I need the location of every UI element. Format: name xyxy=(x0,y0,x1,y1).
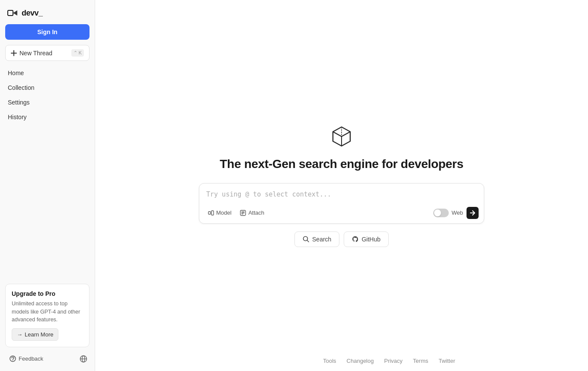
search-quick-button[interactable]: Search xyxy=(294,231,339,247)
search-toolbar: Model Attach Web xyxy=(199,203,484,223)
new-thread-button[interactable]: New Thread ⌃ K xyxy=(5,45,89,61)
quick-actions: Search GitHub xyxy=(294,231,389,247)
sidebar-item-history[interactable]: History xyxy=(3,110,91,124)
plus-icon xyxy=(11,50,17,56)
search-icon xyxy=(303,236,309,242)
upgrade-card: Upgrade to Pro Unlimited access to top m… xyxy=(5,284,89,347)
attach-button[interactable]: Attach xyxy=(236,207,268,218)
search-input[interactable] xyxy=(206,190,477,198)
submit-button[interactable] xyxy=(467,207,479,219)
sidebar-item-label: History xyxy=(8,114,27,120)
hero-title: The next-Gen search engine for developer… xyxy=(220,157,463,171)
attach-icon xyxy=(240,210,246,216)
model-icon xyxy=(208,210,214,216)
search-input-row xyxy=(199,184,484,203)
svg-rect-0 xyxy=(8,10,13,16)
hero-icon xyxy=(329,124,354,150)
main-content: The next-Gen search engine for developer… xyxy=(95,0,588,371)
learn-more-button[interactable]: → Learn More xyxy=(12,328,58,341)
logo-area: devv_ xyxy=(0,0,95,24)
model-label: Model xyxy=(216,209,231,216)
logo-icon xyxy=(7,7,19,19)
sidebar-bottom: Upgrade to Pro Unlimited access to top m… xyxy=(0,279,95,371)
footer-link-tools[interactable]: Tools xyxy=(323,358,336,364)
nav-menu: Home Collection Settings History xyxy=(0,64,95,279)
feedback-icon xyxy=(10,355,16,362)
github-icon xyxy=(352,236,358,242)
footer-link-changelog[interactable]: Changelog xyxy=(347,358,374,364)
feedback-label: Feedback xyxy=(19,355,43,362)
footer-link-privacy[interactable]: Privacy xyxy=(384,358,403,364)
sidebar-item-collection[interactable]: Collection xyxy=(3,81,91,95)
attach-label: Attach xyxy=(248,209,264,216)
sidebar-item-label: Settings xyxy=(8,99,30,106)
sidebar-item-label: Collection xyxy=(8,84,34,91)
new-thread-shortcut: ⌃ K xyxy=(71,49,84,57)
toolbar-right: Web xyxy=(433,207,479,219)
sidebar-item-home[interactable]: Home xyxy=(3,66,91,80)
svg-point-2 xyxy=(13,360,13,361)
upgrade-description: Unlimited access to top models like GPT-… xyxy=(12,300,83,324)
svg-rect-6 xyxy=(211,211,214,215)
learn-more-label: Learn More xyxy=(25,331,53,338)
hero-section: The next-Gen search engine for developer… xyxy=(190,124,493,247)
search-box: Model Attach Web xyxy=(199,183,484,224)
page-footer: Tools Changelog Privacy Terms Twitter xyxy=(190,358,588,364)
arrow-right-icon: → xyxy=(17,331,22,338)
web-label: Web xyxy=(452,209,463,216)
web-toggle[interactable] xyxy=(433,209,449,217)
logo-text: devv_ xyxy=(22,9,43,18)
github-label: GitHub xyxy=(361,236,380,243)
search-label: Search xyxy=(312,236,331,243)
svg-rect-5 xyxy=(208,212,211,214)
toggle-thumb xyxy=(434,209,441,216)
footer-link-twitter[interactable]: Twitter xyxy=(438,358,455,364)
new-thread-label: New Thread xyxy=(19,50,52,57)
sidebar-item-settings[interactable]: Settings xyxy=(3,95,91,109)
upgrade-title: Upgrade to Pro xyxy=(12,290,83,297)
sidebar-footer: Feedback xyxy=(5,351,89,366)
model-button[interactable]: Model xyxy=(205,207,235,218)
sidebar: devv_ Sign In New Thread ⌃ K Home Collec… xyxy=(0,0,95,371)
feedback-button[interactable]: Feedback xyxy=(7,353,46,364)
footer-link-terms[interactable]: Terms xyxy=(413,358,428,364)
web-toggle-area: Web xyxy=(433,209,463,217)
arrow-right-icon xyxy=(470,210,476,216)
globe-icon[interactable] xyxy=(79,355,88,363)
sidebar-item-label: Home xyxy=(8,70,24,76)
sign-in-button[interactable]: Sign In xyxy=(5,24,89,40)
github-quick-button[interactable]: GitHub xyxy=(344,231,389,247)
